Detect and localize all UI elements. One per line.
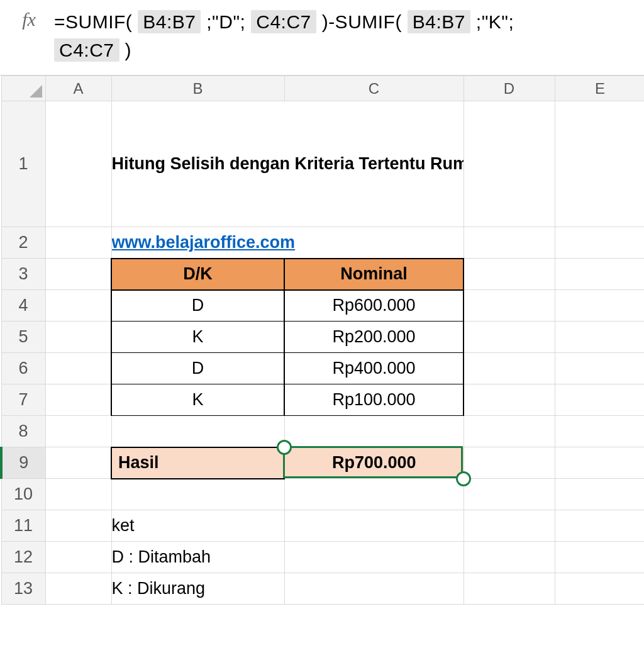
row-header-13[interactable]: 13 <box>1 573 45 605</box>
cell-C8[interactable] <box>284 416 464 447</box>
cell-A10[interactable] <box>45 479 111 510</box>
cell-A1[interactable] <box>45 101 111 227</box>
row-5: 5 K Rp200.000 <box>1 322 644 353</box>
row-header-6[interactable]: 6 <box>1 353 45 384</box>
cell-E5[interactable] <box>555 322 644 353</box>
cell-E12[interactable] <box>555 542 644 573</box>
formula-text: ) <box>125 40 131 60</box>
cell-D2[interactable] <box>464 227 555 259</box>
row-header-1[interactable]: 1 <box>1 101 45 227</box>
cell-link[interactable]: www.belajaroffice.com <box>111 227 464 259</box>
formula-range-ref: C4:C7 <box>251 10 316 33</box>
row-4: 4 D Rp600.000 <box>1 290 644 322</box>
cell-C10[interactable] <box>284 479 464 510</box>
cell-C12[interactable] <box>284 542 464 573</box>
row-header-5[interactable]: 5 <box>1 322 45 353</box>
row-header-4[interactable]: 4 <box>1 290 45 322</box>
formula-text: ;"D"; <box>206 11 245 32</box>
row-6: 6 D Rp400.000 <box>1 353 644 384</box>
formula-range-ref: B4:B7 <box>408 10 470 33</box>
cell-C13[interactable] <box>284 573 464 605</box>
cell-E13[interactable] <box>555 573 644 605</box>
cell-B8[interactable] <box>111 416 284 447</box>
row-header-12[interactable]: 12 <box>1 542 45 573</box>
cell-A8[interactable] <box>45 416 111 447</box>
cell-E11[interactable] <box>555 510 644 542</box>
cell-B4[interactable]: D <box>111 290 284 322</box>
cell-B6[interactable]: D <box>111 353 284 384</box>
col-header-E[interactable]: E <box>555 76 644 101</box>
cell-E9[interactable] <box>555 447 644 479</box>
cell-E8[interactable] <box>555 416 644 447</box>
cell-D9[interactable] <box>464 447 555 479</box>
cell-D4[interactable] <box>464 290 555 322</box>
cell-B11[interactable]: ket <box>111 510 284 542</box>
row-header-8[interactable]: 8 <box>1 416 45 447</box>
formula-text: =SUMIF( <box>54 11 132 32</box>
cell-A3[interactable] <box>45 259 111 290</box>
col-header-D[interactable]: D <box>464 76 555 101</box>
cell-A12[interactable] <box>45 542 111 573</box>
cell-B3[interactable]: D/K <box>111 259 284 290</box>
select-all-triangle[interactable] <box>1 76 45 101</box>
fx-icon[interactable]: fx <box>4 5 54 30</box>
cell-A5[interactable] <box>45 322 111 353</box>
cell-C7[interactable]: Rp100.000 <box>284 384 464 416</box>
row-header-2[interactable]: 2 <box>1 227 45 259</box>
row-header-11[interactable]: 11 <box>1 510 45 542</box>
cell-E7[interactable] <box>555 384 644 416</box>
cell-B5[interactable]: K <box>111 322 284 353</box>
cell-title[interactable]: Hitung Selisih dengan Kriteria Tertentu … <box>111 101 464 227</box>
cell-C4[interactable]: Rp600.000 <box>284 290 464 322</box>
cell-D5[interactable] <box>464 322 555 353</box>
cell-A6[interactable] <box>45 353 111 384</box>
row-11: 11 ket <box>1 510 644 542</box>
cell-B10[interactable] <box>111 479 284 510</box>
cell-A13[interactable] <box>45 573 111 605</box>
row-header-3[interactable]: 3 <box>1 259 45 290</box>
cell-C6[interactable]: Rp400.000 <box>284 353 464 384</box>
row-12: 12 D : Ditambah <box>1 542 644 573</box>
row-header-7[interactable]: 7 <box>1 384 45 416</box>
cell-D12[interactable] <box>464 542 555 573</box>
cell-E1[interactable] <box>555 101 644 227</box>
cell-B7[interactable]: K <box>111 384 284 416</box>
cell-A4[interactable] <box>45 290 111 322</box>
cell-D6[interactable] <box>464 353 555 384</box>
cell-B13[interactable]: K : Dikurang <box>111 573 284 605</box>
formula-input[interactable]: =SUMIF( B4:B7 ;"D"; C4:C7 )-SUMIF( B4:B7… <box>54 5 640 64</box>
col-header-A[interactable]: A <box>45 76 111 101</box>
cell-D13[interactable] <box>464 573 555 605</box>
cell-D11[interactable] <box>464 510 555 542</box>
cell-C5[interactable]: Rp200.000 <box>284 322 464 353</box>
formula-range-ref: C4:C7 <box>54 38 119 62</box>
cell-D8[interactable] <box>464 416 555 447</box>
cell-E4[interactable] <box>555 290 644 322</box>
row-9: 9 Hasil Rp700.000 <box>1 447 644 479</box>
spreadsheet-grid[interactable]: A B C D E 1 Hitung Selisih dengan Kriter… <box>0 76 644 605</box>
col-header-B[interactable]: B <box>111 76 284 101</box>
cell-E2[interactable] <box>555 227 644 259</box>
row-13: 13 K : Dikurang <box>1 573 644 605</box>
cell-E6[interactable] <box>555 353 644 384</box>
col-header-C[interactable]: C <box>284 76 464 101</box>
cell-C3[interactable]: Nominal <box>284 259 464 290</box>
cell-D10[interactable] <box>464 479 555 510</box>
cell-D7[interactable] <box>464 384 555 416</box>
cell-A7[interactable] <box>45 384 111 416</box>
formula-range-ref: B4:B7 <box>138 10 201 33</box>
cell-B9[interactable]: Hasil <box>111 447 284 479</box>
row-header-10[interactable]: 10 <box>1 479 45 510</box>
cell-C11[interactable] <box>284 510 464 542</box>
cell-E3[interactable] <box>555 259 644 290</box>
cell-A11[interactable] <box>45 510 111 542</box>
cell-A2[interactable] <box>45 227 111 259</box>
cell-C9[interactable]: Rp700.000 <box>284 447 464 479</box>
row-header-9[interactable]: 9 <box>1 447 45 479</box>
cell-A9[interactable] <box>45 447 111 479</box>
cell-D1[interactable] <box>464 101 555 227</box>
cell-E10[interactable] <box>555 479 644 510</box>
cell-B12[interactable]: D : Ditambah <box>111 542 284 573</box>
cell-D3[interactable] <box>464 259 555 290</box>
row-10: 10 <box>1 479 644 510</box>
